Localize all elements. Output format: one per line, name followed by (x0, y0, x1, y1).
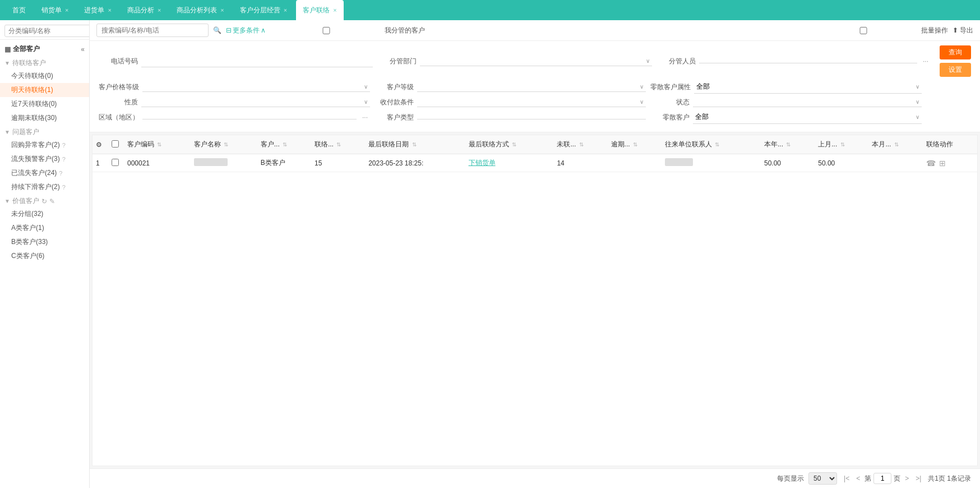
dept-select[interactable]: ∨ (420, 56, 651, 66)
select-all-checkbox[interactable] (112, 140, 119, 148)
sort-icon-contacts: ⇅ (336, 141, 341, 148)
last-method-link[interactable]: 下销货单 (469, 159, 496, 167)
query-button[interactable]: 查询 (940, 45, 971, 59)
filter-cell-dept: 分管部门 ∨ (377, 56, 651, 66)
nav-purchase[interactable]: 进货单 × (77, 0, 118, 20)
sidebar-item-ungrouped[interactable]: 未分组(32) (0, 207, 89, 221)
sidebar-pending-group: ▼ 待联络客户 (0, 56, 89, 69)
nav-product-analysis-list[interactable]: 商品分析列表 × (170, 0, 230, 20)
sidebar-item-tomorrow[interactable]: 明天待联络(1) (0, 83, 89, 97)
filter-cell-person: 分管人员 ··· (657, 57, 931, 66)
person-select[interactable] (699, 59, 917, 63)
sidebar-all-customers[interactable]: ▦ 全部客户 « (0, 40, 89, 56)
export-button[interactable]: ⬆ 导出 (953, 26, 973, 35)
region-select[interactable] (142, 116, 357, 119)
payment-select[interactable]: ∨ (417, 97, 646, 107)
search-input[interactable] (96, 24, 209, 37)
col-last-method: 最后联络方式 ⇅ (465, 135, 554, 154)
row-last-date: 2023-05-23 18:25: (365, 154, 465, 172)
top-nav: 首页 销货单 × 进货单 × 商品分析 × 商品分析列表 × 客户分层经营 × … (0, 0, 980, 20)
nature-select[interactable]: ∨ (141, 97, 370, 107)
retail-attr-select[interactable]: 全部 ∨ (694, 80, 922, 94)
sidebar-item-churn-warning[interactable]: 流失预警客户(3) ? (0, 152, 89, 166)
sidebar-item-a-class[interactable]: A类客户(1) (0, 221, 89, 235)
sort-icon-unlisted: ⇅ (579, 141, 584, 148)
phone-action-icon[interactable]: ☎ (926, 159, 936, 168)
row-last-method[interactable]: 下销货单 (465, 154, 554, 172)
close-sales-tab[interactable]: × (65, 7, 68, 13)
edit-icon[interactable]: ✎ (49, 197, 55, 205)
customer-level-select[interactable]: ∨ (417, 82, 646, 92)
sidebar-item-declining[interactable]: 持续下滑客户(2) ? (0, 180, 89, 194)
sidebar-search-input[interactable] (4, 25, 90, 37)
col-gear[interactable]: ⚙ (93, 135, 108, 154)
my-customer-checkbox[interactable]: 我分管的客户 (270, 26, 425, 35)
filter-cell-nature: 性质 ∨ (99, 97, 370, 107)
nav-product-analysis[interactable]: 商品分析 × (121, 0, 168, 20)
sidebar-item-churned[interactable]: 已流失客户(24) ? (0, 166, 89, 180)
filter-cell-region: 区域（地区） ··· (99, 113, 370, 122)
sidebar-item-today[interactable]: 今天待联络(0) (0, 69, 89, 83)
row-customer-type: B类客户 (257, 154, 311, 172)
batch-button[interactable]: 批量操作 (807, 26, 948, 35)
nav-customer-contact[interactable]: 客户联络 × (296, 0, 343, 20)
batch-checkbox[interactable] (807, 27, 919, 34)
row-name (191, 154, 257, 172)
close-product-list-tab[interactable]: × (220, 7, 224, 13)
nature-chevron-down-icon: ∨ (364, 99, 368, 105)
close-customer-contact-tab[interactable]: × (333, 7, 336, 13)
filter-row-2: 客户价格等级 ∨ 客户等级 ∨ 零散客户属性 全部 (99, 80, 971, 94)
row-action: ☎ ⊞ (923, 154, 977, 172)
close-product-analysis-tab[interactable]: × (158, 7, 161, 13)
sidebar-item-b-class[interactable]: B类客户(33) (0, 235, 89, 249)
region-dots-icon[interactable]: ··· (360, 113, 370, 121)
table-area: ⚙ 客户编码 ⇅ 客户名称 ⇅ 客户... (92, 135, 978, 466)
person-dots-icon[interactable]: ··· (921, 57, 931, 65)
nav-customer-layer[interactable]: 客户分层经营 × (233, 0, 294, 20)
sidebar-item-c-class[interactable]: C类客户(6) (0, 249, 89, 263)
more-filter-button[interactable]: ⊟ 更多条件 ∧ (226, 26, 266, 35)
retail-customer-select[interactable]: 全部 ∨ (693, 111, 922, 124)
prev-page-button[interactable]: < (854, 473, 862, 484)
price-level-select[interactable]: ∨ (142, 82, 370, 92)
close-purchase-tab[interactable]: × (108, 7, 111, 13)
search-icon[interactable]: 🔍 (213, 26, 221, 34)
nav-sales[interactable]: 销货单 × (35, 0, 75, 20)
question-icon-3: ? (59, 170, 62, 177)
phone-input[interactable] (141, 56, 373, 67)
sidebar-value-group: ▼ 价值客户 ↻ ✎ (0, 194, 89, 207)
sidebar-item-week[interactable]: 近7天待联络(0) (0, 97, 89, 111)
triangle-icon-2: ▼ (4, 129, 10, 135)
my-customer-check[interactable] (270, 27, 382, 34)
filter-cell-retail-attr: 零散客户属性 全部 ∨ (650, 80, 922, 94)
row-checkbox[interactable] (112, 159, 119, 166)
row-checkbox-cell (108, 154, 124, 172)
last-page-button[interactable]: >| (913, 473, 923, 484)
status-select[interactable]: ∨ (693, 97, 922, 107)
page-number-input[interactable] (873, 473, 891, 484)
settings-button[interactable]: 设置 (940, 63, 971, 77)
first-page-button[interactable]: |< (842, 473, 852, 484)
sidebar-item-repurchase-abnormal[interactable]: 回购异常客户(2) ? (0, 138, 89, 152)
qr-action-icon[interactable]: ⊞ (939, 159, 946, 168)
col-contacts: 联络... ⇅ (311, 135, 365, 154)
pagination-bar: 每页显示 50 100 200 |< < 第 页 > >| 共1页 1条记录 (90, 468, 980, 488)
col-action: 联络动作 (923, 135, 977, 154)
sidebar-item-overdue[interactable]: 逾期未联络(30) (0, 111, 89, 125)
refresh-icon[interactable]: ↻ (41, 197, 47, 205)
page-size-select[interactable]: 50 100 200 (808, 472, 837, 485)
filter-cell-retail-customer: 零散客户 全部 ∨ (650, 111, 922, 124)
contacts-person-blur (665, 158, 693, 166)
table-header-row: ⚙ 客户编码 ⇅ 客户名称 ⇅ 客户... (93, 135, 977, 154)
col-checkbox (108, 135, 124, 154)
nav-home[interactable]: 首页 (6, 0, 33, 20)
col-type: 客户... ⇅ (257, 135, 311, 154)
row-overdue (608, 154, 662, 172)
filter-bar: 🔍 ⊟ 更多条件 ∧ 我分管的客户 批量操作 ⬆ 导出 (90, 20, 980, 41)
main-layout: 🔍 ▦ 全部客户 « ▼ 待联络客户 今天待联络(0) 明天待联络(1) 近7天… (0, 20, 980, 488)
next-page-button[interactable]: > (903, 473, 911, 484)
close-customer-layer-tab[interactable]: × (284, 7, 287, 13)
customer-type-select[interactable] (417, 116, 646, 119)
sort-icon-this-month: ⇅ (894, 141, 899, 148)
row-this-month (868, 154, 922, 172)
